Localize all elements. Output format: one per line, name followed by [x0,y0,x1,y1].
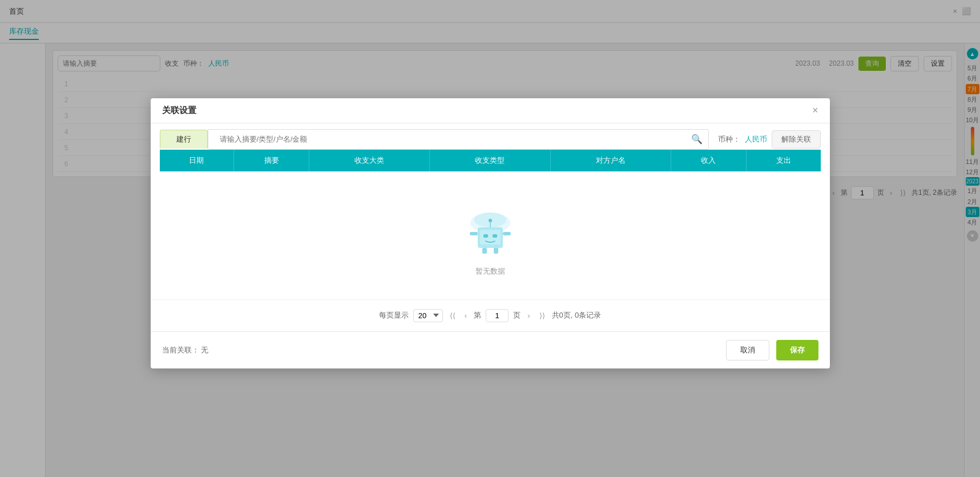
per-page-label: 每页显示 [379,310,409,320]
modal-header: 关联设置 × [151,98,830,123]
modal-title: 关联设置 [162,105,196,116]
page-number-input[interactable] [486,309,509,322]
prev-page-button[interactable]: ‹ [462,310,469,321]
modal-search-input[interactable] [214,130,687,149]
modal-right-controls: 币种： 人民币 解除关联 [718,130,821,149]
currency-value: 人民币 [745,134,767,145]
svg-rect-8 [470,232,478,235]
col-income: 收入 [671,150,747,171]
empty-state: 暂无数据 [151,171,830,299]
svg-point-11 [489,219,492,222]
col-counterparty: 对方户名 [550,150,671,171]
svg-rect-4 [483,234,488,238]
col-category: 收支大类 [309,150,429,171]
last-page-button[interactable]: ⟩⟩ [537,310,547,321]
col-summary: 摘要 [234,150,309,171]
modal-close-button[interactable]: × [812,105,818,115]
current-link-label: 当前关联： [162,346,199,354]
data-table: 日期 摘要 收支大类 收支类型 对方户名 收入 支出 [160,150,821,171]
col-expense: 支出 [746,150,820,171]
current-link-value: 无 [201,346,208,354]
next-page-button[interactable]: › [525,310,532,321]
empty-icon [462,206,519,257]
empty-text: 暂无数据 [475,266,505,276]
modal-dialog: 关联设置 × 建行 🔍 币种： 人民币 解除关联 [151,98,830,368]
modal-footer: 当前关联： 无 取消 保存 [151,331,830,368]
page-suffix: 页 [513,310,521,320]
modal-body: 建行 🔍 币种： 人民币 解除关联 日期 摘要 收支大类 [151,123,830,331]
per-page-select[interactable]: 20 50 100 [413,309,443,322]
modal-search-icon[interactable]: 🔍 [691,134,703,145]
col-date: 日期 [160,150,234,171]
total-records: 共0页, 0条记录 [552,310,602,320]
col-type: 收支类型 [430,150,550,171]
current-link-area: 当前关联： 无 [162,345,209,355]
footer-buttons: 取消 保存 [726,340,818,360]
table-container: 日期 摘要 收支大类 收支类型 对方户名 收入 支出 [151,150,830,171]
currency-label: 币种： [718,134,740,145]
modal-pagination: 每页显示 20 50 100 ⟨⟨ ‹ 第 页 › ⟩⟩ 共0页, 0条记录 [151,299,830,331]
cancel-button[interactable]: 取消 [726,340,769,360]
svg-rect-5 [493,234,497,238]
table-head: 日期 摘要 收支大类 收支类型 对方户名 收入 支出 [160,150,821,171]
svg-rect-7 [494,248,498,254]
save-button[interactable]: 保存 [776,340,818,360]
first-page-button[interactable]: ⟨⟨ [447,310,458,321]
unlink-button[interactable]: 解除关联 [772,130,821,149]
search-container: 🔍 [208,129,709,150]
page-label: 第 [474,310,481,320]
bank-tab-construction[interactable]: 建行 [160,130,208,149]
svg-rect-9 [503,232,511,235]
table-header-row: 日期 摘要 收支大类 收支类型 对方户名 收入 支出 [160,150,821,171]
svg-rect-6 [482,248,487,254]
modal-top-bar: 建行 🔍 币种： 人民币 解除关联 [151,123,830,150]
